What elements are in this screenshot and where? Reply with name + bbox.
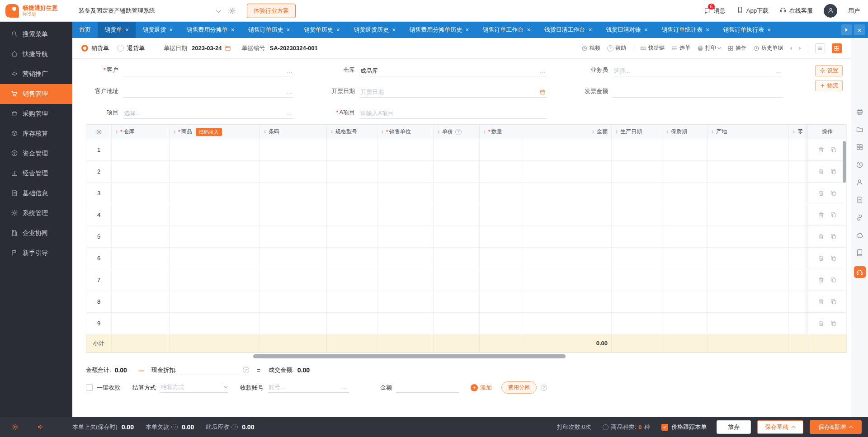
tab-return-history[interactable]: 销货退货历史 xyxy=(347,22,402,38)
tab-cash-workbench[interactable]: 钱货日清工作台 xyxy=(538,22,599,38)
sidebar-item-inventory[interactable]: 库存核算 xyxy=(0,124,72,144)
cell-origin[interactable] xyxy=(708,204,789,226)
cell-barcode[interactable] xyxy=(260,226,327,248)
ellipsis-icon[interactable] xyxy=(287,89,292,95)
cell-qty[interactable] xyxy=(480,183,521,204)
cell-amount[interactable] xyxy=(521,204,612,226)
tab-order-exec[interactable]: 销售订单执行表 xyxy=(716,22,778,38)
announcement-sound-icon[interactable] xyxy=(37,423,44,431)
cell-unit[interactable] xyxy=(377,161,434,183)
column-header-qty[interactable]: 数量 xyxy=(480,125,521,139)
cell-warehouse[interactable] xyxy=(112,313,170,334)
cell-spec[interactable] xyxy=(327,139,377,161)
cell-warehouse[interactable] xyxy=(112,269,170,291)
cell-product[interactable] xyxy=(170,313,260,334)
cell-amount[interactable] xyxy=(521,161,612,183)
print-button[interactable] xyxy=(854,106,866,117)
address-input[interactable] xyxy=(124,89,287,95)
cell-unit[interactable] xyxy=(377,291,434,313)
tab-close-icon[interactable] xyxy=(287,27,290,33)
cell-origin[interactable] xyxy=(708,269,789,291)
sort-icon[interactable] xyxy=(666,130,669,134)
tab-order-stats[interactable]: 销售订单统计表 xyxy=(655,22,716,38)
cash-discount-wrap[interactable] xyxy=(180,365,239,375)
cell-prod-date[interactable] xyxy=(612,139,662,161)
list-view-button[interactable] xyxy=(815,43,825,53)
column-settings-button[interactable] xyxy=(86,125,112,139)
cell-origin[interactable] xyxy=(708,139,789,161)
cell-warehouse[interactable] xyxy=(112,248,170,269)
book-button[interactable] xyxy=(854,247,866,258)
tab-close-icon[interactable] xyxy=(231,27,234,33)
copy-row-icon[interactable] xyxy=(830,146,837,153)
cell-spec[interactable] xyxy=(327,161,377,183)
cell-product[interactable] xyxy=(170,139,260,161)
column-header-amount[interactable]: 金额 xyxy=(521,125,612,139)
cell-barcode[interactable] xyxy=(260,291,327,313)
cell-origin[interactable] xyxy=(708,291,789,313)
cell-spec[interactable] xyxy=(327,204,377,226)
cell-product[interactable] xyxy=(170,183,260,204)
cell-shelf-life[interactable] xyxy=(662,183,708,204)
cell-amount[interactable] xyxy=(521,313,612,334)
cell-spec[interactable] xyxy=(327,291,377,313)
pay-amount-wrap[interactable] xyxy=(396,383,459,393)
cell-prod-date[interactable] xyxy=(612,183,662,204)
tab-home[interactable]: 首页 xyxy=(72,22,98,38)
cell-origin[interactable] xyxy=(708,183,789,204)
delete-row-icon[interactable] xyxy=(818,277,825,283)
cell-warehouse[interactable] xyxy=(112,291,170,313)
tab-close-icon[interactable] xyxy=(465,27,469,33)
cell-barcode[interactable] xyxy=(260,313,327,334)
tab-sale-return[interactable]: 销货退货 xyxy=(136,22,179,38)
sidebar-item-operation[interactable]: 经营管理 xyxy=(0,164,72,183)
cell-unit[interactable] xyxy=(377,269,434,291)
cell-prod-date[interactable] xyxy=(612,269,662,291)
save-draft-button[interactable]: 保存草稿 xyxy=(757,420,803,434)
cell-warehouse[interactable] xyxy=(112,139,170,161)
cell-warehouse[interactable] xyxy=(112,226,170,248)
column-header-prod-date[interactable]: 生产日期 xyxy=(612,125,662,139)
save-new-button[interactable]: 保存&新增 xyxy=(810,420,862,434)
cell-shelf-life[interactable] xyxy=(662,139,708,161)
table-view-button[interactable] xyxy=(832,43,842,53)
tab-close-button[interactable] xyxy=(854,24,865,35)
cell-spec[interactable] xyxy=(327,313,377,334)
cell-qty[interactable] xyxy=(480,269,521,291)
cell-barcode[interactable] xyxy=(260,204,327,226)
settle-method-select[interactable] xyxy=(160,383,228,393)
copy-row-icon[interactable] xyxy=(830,255,837,262)
logistics-button[interactable]: 物流 xyxy=(815,80,843,91)
scrollbar-thumb[interactable] xyxy=(253,354,565,358)
copy-row-icon[interactable] xyxy=(830,277,837,283)
cell-qty[interactable] xyxy=(480,139,521,161)
cell-prod-date[interactable] xyxy=(612,291,662,313)
column-header-warehouse[interactable]: 仓库 xyxy=(112,125,170,139)
cell-amount[interactable] xyxy=(521,183,612,204)
cell-spec[interactable] xyxy=(327,269,377,291)
cell-prod-date[interactable] xyxy=(612,313,662,334)
cell-product[interactable] xyxy=(170,161,260,183)
cell-spec[interactable] xyxy=(327,226,377,248)
sidebar-item-purchase[interactable]: 采购管理 xyxy=(0,104,72,124)
sort-icon[interactable] xyxy=(592,130,594,134)
cell-spec[interactable] xyxy=(327,183,377,204)
next-doc-button[interactable] xyxy=(799,47,801,50)
address-picker[interactable] xyxy=(123,88,293,98)
help-icon[interactable] xyxy=(231,424,238,430)
cash-discount-input[interactable] xyxy=(181,366,238,373)
sidebar-item-base-info[interactable]: 基础信息 xyxy=(0,183,72,203)
cell-unit[interactable] xyxy=(377,139,434,161)
cell-shelf-life[interactable] xyxy=(662,204,708,226)
cell-product[interactable] xyxy=(170,248,260,269)
system-gear-icon[interactable] xyxy=(229,7,236,14)
cell-shelf-life[interactable] xyxy=(662,269,708,291)
cell-prod-date[interactable] xyxy=(612,226,662,248)
cell-qty[interactable] xyxy=(480,291,521,313)
warehouse-input[interactable] xyxy=(360,67,540,74)
delete-row-icon[interactable] xyxy=(818,298,825,305)
cell-barcode[interactable] xyxy=(260,139,327,161)
help-icon[interactable] xyxy=(455,129,462,135)
delete-row-icon[interactable] xyxy=(818,211,825,218)
delete-row-icon[interactable] xyxy=(818,320,825,327)
